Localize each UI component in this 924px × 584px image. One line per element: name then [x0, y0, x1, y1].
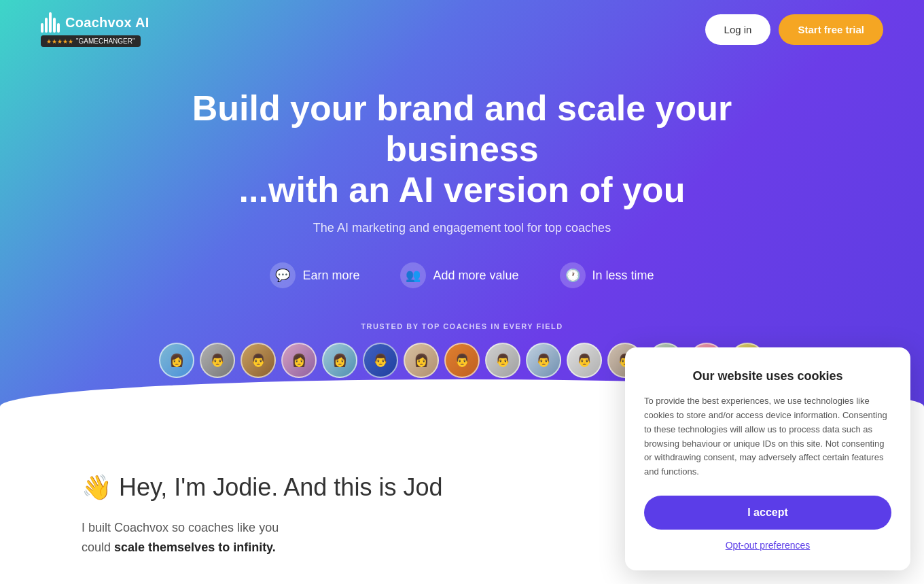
- logo-text: Coachvox AI: [65, 15, 149, 31]
- avatar-7: 👩: [404, 343, 439, 378]
- logo-badge: ★★★★★ "GAMECHANGER": [41, 35, 141, 47]
- cookie-accept-button[interactable]: I accept: [644, 496, 891, 530]
- less-time-icon: 🕐: [560, 262, 586, 288]
- start-trial-button[interactable]: Start free trial: [779, 14, 883, 45]
- feature-less-time: 🕐 In less time: [560, 262, 654, 288]
- hero-title-line2: ...with an AI version of you: [239, 170, 686, 209]
- avatar-3: 👨: [241, 343, 276, 378]
- avatar-9: 👨: [485, 343, 520, 378]
- logo-stars: ★★★★★: [46, 38, 73, 45]
- cookie-body: To provide the best experiences, we use …: [644, 394, 891, 479]
- add-value-icon: 👥: [400, 262, 426, 288]
- logo-waves-icon: [41, 12, 60, 33]
- cookie-banner: Our website uses cookies To provide the …: [625, 347, 910, 570]
- header: Coachvox AI ★★★★★ "GAMECHANGER" Log in S…: [0, 0, 924, 59]
- features-row: 💬 Earn more 👥 Add more value 🕐 In less t…: [0, 262, 924, 288]
- logo-area: Coachvox AI ★★★★★ "GAMECHANGER": [41, 12, 149, 47]
- avatar-4: 👩: [281, 343, 317, 378]
- body-line1: I built Coachvox so coaches like you: [82, 521, 279, 534]
- avatar-10: 👨: [526, 343, 561, 378]
- feature-earn-more: 💬 Earn more: [270, 262, 359, 288]
- hey-title-text: Hey, I'm Jodie. And this is Jod: [119, 473, 442, 501]
- earn-more-label: Earn more: [302, 269, 359, 283]
- avatar-6: 👨: [363, 343, 398, 378]
- cookie-opt-out-button[interactable]: Opt-out preferences: [644, 540, 891, 551]
- header-buttons: Log in Start free trial: [705, 14, 883, 45]
- wave-emoji: 👋: [82, 473, 119, 501]
- less-time-label: In less time: [592, 269, 654, 283]
- trusted-label: TRUSTED BY TOP COACHES IN EVERY FIELD: [0, 322, 924, 330]
- hero-title-line1: Build your brand and scale your business: [192, 88, 732, 169]
- avatar-11: 👨: [567, 343, 602, 378]
- hero-tagline: The AI marketing and engagement tool for…: [0, 221, 924, 235]
- avatar-2: 👨: [200, 343, 235, 378]
- hero-title: Build your brand and scale your business…: [156, 88, 768, 210]
- avatar-5: 👩: [322, 343, 357, 378]
- cookie-title: Our website uses cookies: [644, 369, 891, 383]
- avatar-1: 👩: [159, 343, 194, 378]
- body-line2: could: [82, 540, 114, 554]
- avatar-8: 👨: [444, 343, 480, 378]
- logo-badge-text: "GAMECHANGER": [76, 37, 135, 45]
- add-value-label: Add more value: [433, 269, 518, 283]
- earn-more-icon: 💬: [270, 262, 296, 288]
- logo-inner: Coachvox AI: [41, 12, 149, 33]
- body-bold: scale themselves to infinity.: [114, 540, 276, 554]
- login-button[interactable]: Log in: [705, 14, 771, 45]
- feature-add-value: 👥 Add more value: [400, 262, 518, 288]
